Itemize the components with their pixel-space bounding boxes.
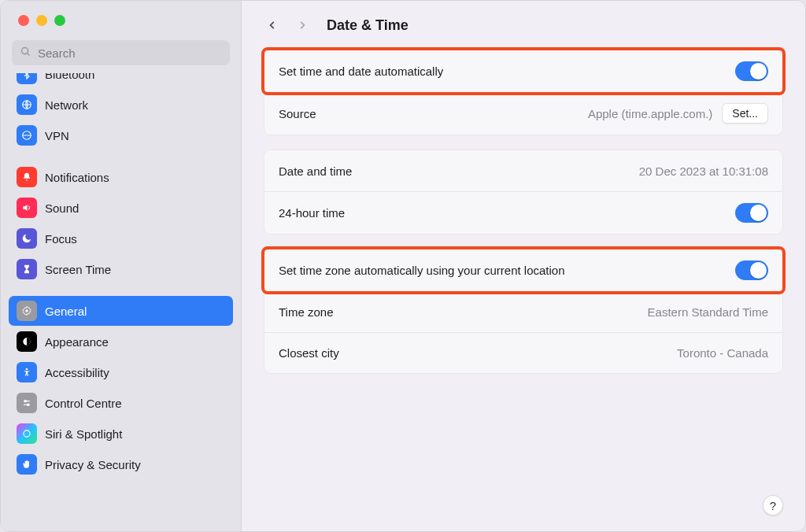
search-input[interactable] (38, 46, 222, 60)
row-set-timezone-automatically: Set time zone automatically using your c… (264, 249, 782, 291)
sidebar-item-vpn[interactable]: VPN (9, 120, 233, 150)
row-set-time-automatically: Set time and date automatically (264, 50, 782, 92)
sidebar-item-label: VPN (45, 129, 69, 142)
header: Date & Time (242, 1, 805, 46)
svg-point-4 (25, 309, 28, 312)
search-icon (20, 46, 31, 61)
city-value: Toronto - Canada (677, 346, 768, 360)
appearance-icon (17, 331, 37, 352)
sidebar-item-label: Appearance (45, 335, 109, 349)
speaker-icon (17, 198, 37, 218)
toggle-24-hour[interactable] (735, 203, 768, 223)
sidebar-item-label: Privacy & Security (45, 458, 141, 471)
main-panel: Date & Time Set time and date automatica… (242, 1, 805, 531)
sidebar-item-bluetooth[interactable]: Bluetooth (9, 73, 233, 89)
sliders-icon (17, 393, 37, 413)
svg-point-11 (24, 430, 30, 437)
sidebar-item-label: Control Centre (45, 397, 122, 410)
row-label: Set time zone automatically using your c… (279, 264, 565, 277)
help-button[interactable]: ? (763, 495, 783, 515)
page-title: Date & Time (327, 17, 409, 34)
sidebar-item-sound[interactable]: Sound (9, 193, 233, 223)
network-icon (17, 94, 37, 115)
svg-point-10 (28, 404, 29, 405)
toggle-auto-time[interactable] (735, 61, 768, 81)
forward-button[interactable] (294, 17, 311, 34)
highlight-auto-tz: Set time zone automatically using your c… (261, 246, 786, 294)
siri-icon (17, 423, 37, 444)
row-label: Set time and date automatically (279, 65, 443, 78)
row-closest-city: Closest city Toronto - Canada (264, 332, 782, 373)
content: Set time and date automatically Source A… (242, 46, 805, 404)
group-timezone: Set time zone automatically using your c… (264, 249, 783, 374)
sidebar: Bluetooth Network VPN Notifications Soun… (1, 1, 242, 531)
gear-icon (17, 301, 37, 321)
svg-line-1 (28, 53, 30, 55)
sidebar-item-label: Accessibility (45, 366, 109, 379)
timezone-value: Eastern Standard Time (648, 305, 768, 319)
hand-icon (17, 454, 37, 475)
group-auto-time: Set time and date automatically Source A… (264, 50, 783, 135)
vpn-icon (17, 125, 37, 146)
zoom-window-button[interactable] (54, 15, 65, 26)
sidebar-item-notifications[interactable]: Notifications (9, 162, 233, 192)
sidebar-item-label: Focus (45, 232, 77, 246)
accessibility-icon (17, 362, 37, 382)
bell-icon (17, 167, 37, 187)
set-source-button[interactable]: Set... (722, 103, 768, 124)
row-label: Closest city (279, 346, 339, 360)
minimize-window-button[interactable] (36, 15, 47, 26)
search-field[interactable] (12, 40, 230, 65)
highlight-auto-time: Set time and date automatically (261, 47, 786, 95)
window-controls (1, 1, 241, 37)
sidebar-item-label: General (45, 305, 87, 318)
svg-point-0 (22, 47, 28, 54)
row-24-hour-time: 24-hour time (264, 191, 782, 234)
datetime-value: 20 Dec 2023 at 10:31:08 (639, 164, 768, 178)
sidebar-item-label: Sound (45, 201, 79, 215)
sidebar-item-accessibility[interactable]: Accessibility (9, 357, 233, 387)
sidebar-item-label: Siri & Spotlight (45, 427, 122, 441)
back-button[interactable] (264, 17, 281, 34)
group-datetime: Date and time 20 Dec 2023 at 10:31:08 24… (264, 150, 783, 235)
bluetooth-icon (17, 73, 37, 84)
settings-window: Bluetooth Network VPN Notifications Soun… (0, 0, 806, 532)
sidebar-item-screen-time[interactable]: Screen Time (9, 254, 233, 284)
sidebar-item-control-centre[interactable]: Control Centre (9, 388, 233, 418)
sidebar-nav: Bluetooth Network VPN Notifications Soun… (1, 73, 241, 531)
sidebar-item-focus[interactable]: Focus (9, 224, 233, 253)
row-label: Date and time (279, 164, 352, 178)
sidebar-item-privacy[interactable]: Privacy & Security (9, 449, 233, 479)
row-label: 24-hour time (279, 206, 345, 220)
source-value: Apple (time.apple.com.) (588, 107, 712, 120)
sidebar-item-label: Bluetooth (45, 73, 94, 81)
sidebar-item-siri[interactable]: Siri & Spotlight (9, 419, 233, 449)
row-label: Time zone (279, 305, 333, 319)
row-date-and-time: Date and time 20 Dec 2023 at 10:31:08 (264, 150, 782, 191)
sidebar-item-general[interactable]: General (9, 296, 233, 326)
sidebar-item-label: Network (45, 98, 88, 112)
sidebar-item-label: Notifications (45, 171, 109, 184)
sidebar-item-label: Screen Time (45, 263, 111, 276)
svg-point-8 (24, 401, 26, 402)
row-label: Source (279, 107, 316, 120)
sidebar-item-network[interactable]: Network (9, 90, 233, 120)
row-source: Source Apple (time.apple.com.) Set... (264, 92, 782, 135)
close-window-button[interactable] (18, 15, 29, 26)
row-time-zone: Time zone Eastern Standard Time (264, 291, 782, 332)
hourglass-icon (17, 259, 37, 279)
toggle-auto-timezone[interactable] (735, 260, 768, 280)
sidebar-item-appearance[interactable]: Appearance (9, 327, 233, 357)
svg-point-6 (26, 368, 28, 370)
moon-icon (17, 228, 37, 249)
